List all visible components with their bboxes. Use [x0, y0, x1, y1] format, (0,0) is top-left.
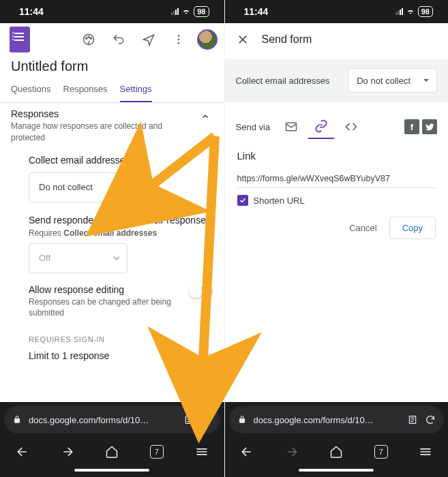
- copy-button[interactable]: Copy: [389, 217, 436, 239]
- signal-icon: [171, 8, 179, 15]
- home-indicator: [0, 467, 224, 477]
- forms-logo-icon[interactable]: [10, 27, 30, 52]
- svg-point-1: [85, 37, 87, 39]
- allow-edit-toggle[interactable]: [190, 287, 213, 296]
- via-link-icon[interactable]: [308, 114, 334, 139]
- settings-content: Responses Manage how responses are colle…: [0, 103, 224, 402]
- home-icon[interactable]: [329, 445, 343, 459]
- collect-email-value: Do not collect: [39, 182, 93, 192]
- link-panel: Link https://forms.gle/wWXveqS6wBYubyV87…: [225, 139, 449, 206]
- signal-icon: [395, 8, 403, 15]
- link-url[interactable]: https://forms.gle/wWXveqS6wBYubyV87: [237, 174, 436, 188]
- lock-icon: [237, 415, 247, 425]
- cancel-button[interactable]: Cancel: [342, 217, 383, 238]
- twitter-icon[interactable]: [422, 119, 437, 134]
- undo-icon[interactable]: [106, 27, 132, 52]
- home-icon[interactable]: [105, 445, 119, 459]
- battery-indicator: 98: [194, 6, 209, 17]
- avatar[interactable]: [197, 29, 218, 50]
- svg-point-2: [87, 36, 89, 37]
- status-bar: 11:44 98: [0, 0, 224, 23]
- home-indicator: [225, 467, 449, 477]
- facebook-icon[interactable]: f: [404, 119, 419, 134]
- signin-group-label: Requires sign-in: [0, 323, 224, 343]
- send-via-label: Send via: [236, 122, 271, 132]
- phone-left: 11:44 98 Untitled form Questions Respons…: [0, 0, 224, 477]
- allow-edit-sub: Responses can be changed after being sub…: [29, 296, 185, 320]
- tabs: Questions Responses Settings: [0, 80, 224, 103]
- limit-response-title: Limit to 1 response: [29, 350, 185, 361]
- chevron-down-icon: [113, 184, 120, 191]
- palette-icon[interactable]: [76, 27, 102, 52]
- forward-icon[interactable]: [61, 445, 74, 459]
- lock-icon: [12, 415, 22, 425]
- collect-email-setting: Collect email addresses Do not collect: [0, 147, 224, 206]
- collect-email-value: Do not collect: [357, 76, 410, 86]
- send-copy-requirement: Requires Collect email addresses: [29, 228, 211, 238]
- tab-responses[interactable]: Responses: [63, 80, 108, 102]
- battery-indicator: 98: [418, 6, 433, 17]
- svg-point-4: [177, 35, 179, 37]
- url-bar[interactable]: docs.google.com/forms/d/10…: [229, 406, 445, 433]
- responses-section-head[interactable]: Responses Manage how responses are colle…: [0, 103, 224, 147]
- url-text: docs.google.com/forms/d/10…: [29, 415, 177, 425]
- chevron-down-icon: [423, 77, 430, 84]
- status-indicators: 98: [395, 6, 433, 17]
- tab-count[interactable]: 7: [374, 445, 388, 459]
- app-toolbar: [0, 23, 224, 56]
- shorten-checkbox[interactable]: [237, 195, 248, 206]
- send-icon[interactable]: [136, 27, 162, 52]
- social-share: f: [404, 119, 437, 134]
- forward-icon: [285, 445, 299, 459]
- tab-questions[interactable]: Questions: [11, 80, 51, 102]
- send-via-row: Send via f: [225, 102, 449, 139]
- shorten-label: Shorten URL: [254, 196, 305, 206]
- svg-point-3: [90, 37, 91, 39]
- modal-title: Send form: [262, 33, 312, 46]
- send-copy-select[interactable]: Off: [29, 243, 128, 273]
- close-icon[interactable]: [235, 31, 251, 48]
- chevron-down-icon: [113, 255, 120, 262]
- collect-email-bar: Collect email addresses Do not collect: [225, 59, 449, 102]
- browser-chrome: docs.google.com/forms/d/10… 7: [225, 402, 449, 477]
- allow-edit-setting: Allow response editing Responses can be …: [0, 277, 224, 324]
- limit-response-toggle[interactable]: [190, 353, 213, 363]
- section-subtitle: Manage how responses are collected and p…: [11, 121, 197, 144]
- back-icon[interactable]: [16, 445, 29, 459]
- reload-icon[interactable]: [425, 414, 436, 425]
- url-bar[interactable]: docs.google.com/forms/d/10…: [4, 406, 220, 433]
- reload-icon[interactable]: [201, 414, 212, 425]
- reader-icon[interactable]: [407, 414, 418, 425]
- tab-settings[interactable]: Settings: [120, 80, 152, 102]
- url-text: docs.google.com/forms/d/10…: [254, 415, 401, 425]
- dialog-actions: Cancel Copy: [225, 206, 449, 250]
- via-embed-icon[interactable]: [338, 114, 364, 139]
- back-icon[interactable]: [240, 445, 254, 459]
- menu-icon[interactable]: [195, 445, 209, 459]
- status-indicators: 98: [171, 6, 209, 17]
- chevron-up-icon: [197, 108, 213, 125]
- collect-email-label: Collect email addresses: [236, 76, 342, 86]
- collect-email-select[interactable]: Do not collect: [29, 172, 128, 202]
- browser-nav: 7: [0, 436, 224, 467]
- collect-email-label: Collect email addresses: [29, 155, 211, 166]
- section-title: Responses: [11, 108, 197, 119]
- phone-right: 11:44 98 Send form Collect email address…: [224, 0, 449, 477]
- tab-count[interactable]: 7: [150, 445, 164, 459]
- page-title-row: Untitled form: [0, 56, 224, 80]
- reader-icon[interactable]: [183, 414, 194, 425]
- menu-icon[interactable]: [419, 445, 432, 459]
- browser-nav: 7: [225, 436, 449, 467]
- form-title[interactable]: Untitled form: [11, 59, 213, 74]
- more-icon[interactable]: [166, 27, 192, 52]
- via-email-icon[interactable]: [278, 114, 304, 139]
- allow-edit-title: Allow response editing: [29, 284, 185, 295]
- shorten-row[interactable]: Shorten URL: [237, 195, 436, 206]
- limit-response-setting: Limit to 1 response: [0, 343, 224, 367]
- wifi-icon: [181, 7, 191, 16]
- collect-email-select[interactable]: Do not collect: [348, 68, 437, 93]
- svg-point-6: [177, 42, 179, 44]
- status-time: 11:44: [19, 6, 44, 17]
- send-copy-label: Send responders a copy of their response: [29, 215, 211, 226]
- browser-chrome: docs.google.com/forms/d/10… 7: [0, 402, 224, 477]
